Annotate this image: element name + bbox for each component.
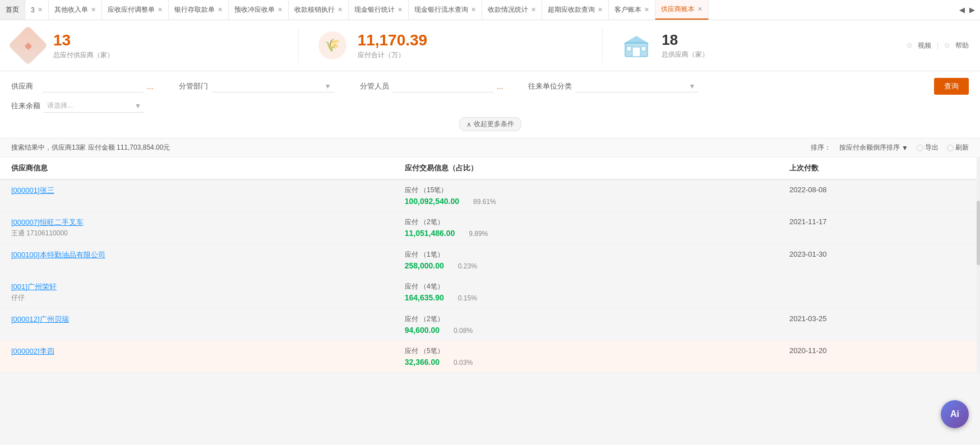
- balance-dropdown-arrow: ▼: [135, 102, 141, 110]
- dept-dropdown-arrow: ▼: [325, 82, 331, 90]
- nav-item-collection-stat[interactable]: 收款情况统计 ✕: [482, 0, 542, 20]
- table-header-row: 供应商信息 应付交易信息（占比） 上次付数: [0, 157, 980, 179]
- nav-label: 收款情况统计: [488, 5, 528, 15]
- export-label: 导出: [925, 143, 939, 152]
- payable-count-label: 应付 （5笔）: [405, 346, 767, 356]
- supplier-filter-input[interactable]: [43, 81, 144, 92]
- close-icon[interactable]: ✕: [397, 6, 403, 13]
- payable-supplier-count: 13: [53, 31, 114, 50]
- table-row: [000001]张三应付 （15笔）100,092,540.0089.61%20…: [0, 179, 980, 212]
- close-icon[interactable]: ✕: [531, 6, 536, 13]
- payable-info-cell: 应付 （1笔）258,000.000.23%: [394, 244, 778, 276]
- close-icon[interactable]: ✕: [338, 6, 343, 13]
- nav-item-collection-exec[interactable]: 收款核销执行 ✕: [289, 0, 349, 20]
- supplier-info-cell: [000001]张三: [0, 179, 394, 212]
- person-ellipsis-btn[interactable]: ...: [497, 82, 503, 91]
- close-icon[interactable]: ✕: [91, 6, 96, 13]
- nav-label: 超期应收款查询: [548, 5, 595, 15]
- supplier-link[interactable]: [000012]广州贝瑞: [11, 315, 69, 323]
- nav-scroll-arrows: ◀ ▶: [954, 4, 980, 15]
- person-filter-label: 分管人员: [360, 81, 389, 91]
- summary-card-payable-total: 🌾 11,170.39 应付合计（万）: [316, 29, 603, 62]
- payable-amount-link[interactable]: 164,635.90: [405, 293, 444, 302]
- svg-rect-4: [641, 47, 646, 51]
- close-icon[interactable]: ✕: [218, 6, 223, 13]
- supplier-ledger-table: 供应商信息 应付交易信息（占比） 上次付数 [000001]张三应付 （15笔）…: [0, 157, 980, 373]
- help-link[interactable]: 帮助: [955, 41, 969, 50]
- results-bar: 搜索结果中，供应商13家 应付金额 111,703,854.00元 排序： 按应…: [0, 138, 980, 157]
- supplier-link[interactable]: [000002]李四: [11, 347, 54, 355]
- right-scrollbar[interactable]: [977, 157, 980, 373]
- refresh-button[interactable]: 刷新: [947, 143, 969, 152]
- payable-amount-link[interactable]: 32,366.00: [405, 358, 440, 367]
- nav-item-customer-ledger[interactable]: 客户账本 ✕: [609, 0, 655, 20]
- nav-item-cash-stat[interactable]: 现金银行统计 ✕: [349, 0, 409, 20]
- nav-item-bank-deposit[interactable]: 银行存取款单 ✕: [169, 0, 229, 20]
- top-navigation: 首页 3 ✕ 其他收入单 ✕ 应收应付调整单 ✕ 银行存取款单 ✕ 预收冲应收单…: [0, 0, 980, 20]
- nav-item-home[interactable]: 首页: [0, 0, 25, 20]
- sort-dropdown-arrow: ▼: [902, 144, 908, 152]
- home-label: 首页: [6, 5, 19, 15]
- category-filter-select[interactable]: ▼: [575, 81, 699, 92]
- payable-amount-link[interactable]: 258,000.00: [405, 261, 444, 270]
- close-icon[interactable]: ✕: [644, 6, 649, 13]
- nav-label: 应收应付调整单: [108, 5, 155, 15]
- payable-percent: 9.89%: [469, 230, 488, 238]
- balance-filter-label: 往来余额: [11, 101, 40, 111]
- circle-icon: ⊙: [907, 41, 912, 49]
- nav-label: 供应商账本: [661, 4, 695, 14]
- sort-select[interactable]: 按应付余额倒序排序 ▼: [839, 143, 908, 152]
- supplier-link[interactable]: [000100]本特勤油品有限公司: [11, 251, 105, 259]
- filter-row-2: 往来余额 请选择... ▼: [11, 99, 969, 113]
- category-dropdown-arrow: ▼: [688, 82, 695, 90]
- query-button[interactable]: 查询: [934, 78, 969, 95]
- payable-amount-link[interactable]: 94,600.00: [405, 326, 440, 335]
- last-payment-cell: 2022-08-08: [778, 179, 980, 212]
- payable-count-label: 应付 （4笔）: [405, 282, 767, 291]
- last-payment-cell: 2023-01-30: [778, 244, 980, 276]
- close-icon[interactable]: ✕: [697, 6, 702, 13]
- table-wrapper: 供应商信息 应付交易信息（占比） 上次付数 [000001]张三应付 （15笔）…: [0, 157, 980, 373]
- supplier-link[interactable]: [000001]张三: [11, 186, 54, 194]
- chevron-up-icon: ∧: [466, 120, 471, 128]
- payable-total-amount: 11,170.39: [358, 31, 428, 50]
- close-icon[interactable]: ✕: [471, 6, 476, 13]
- summary-right-links: ⊙ 视频 | ⊙ 帮助: [907, 41, 969, 50]
- supplier-link[interactable]: [000007]恒旺二手叉车: [11, 218, 84, 226]
- nav-left-arrow[interactable]: ◀: [957, 4, 967, 15]
- refresh-label: 刷新: [955, 143, 969, 152]
- payable-amount-link[interactable]: 100,092,540.00: [405, 197, 459, 206]
- svg-rect-2: [632, 47, 640, 57]
- payable-count-label: 应付 （2笔）: [405, 314, 767, 324]
- nav-item-prepaid[interactable]: 预收冲应收单 ✕: [229, 0, 289, 20]
- category-filter-label: 往来单位分类: [528, 81, 572, 91]
- payable-supplier-label: 总应付供应商（家）: [53, 50, 114, 60]
- last-payment-cell: [778, 276, 980, 309]
- nav-item-supplier-ledger[interactable]: 供应商账本 ✕: [655, 0, 709, 20]
- supplier-ellipsis-btn[interactable]: ...: [147, 82, 154, 91]
- nav-label: 现金银行统计: [354, 5, 395, 15]
- nav-item-cash-flow[interactable]: 现金银行流水查询 ✕: [409, 0, 482, 20]
- dept-filter-select[interactable]: ▼: [211, 81, 335, 92]
- person-filter-input[interactable]: [392, 81, 493, 92]
- export-button[interactable]: 导出: [917, 143, 939, 152]
- svg-marker-1: [623, 36, 649, 44]
- filter-category: 往来单位分类 ▼: [528, 81, 699, 92]
- close-icon[interactable]: ✕: [158, 6, 163, 13]
- supplier-link[interactable]: [001]广州荣轩: [11, 282, 57, 291]
- nav-label: 银行存取款单: [174, 5, 215, 15]
- nav-right-arrow[interactable]: ▶: [967, 4, 977, 15]
- nav-item-overdue-ar[interactable]: 超期应收款查询 ✕: [542, 0, 609, 20]
- close-icon[interactable]: ✕: [598, 6, 603, 13]
- nav-item-ar-ap-adjust[interactable]: 应收应付调整单 ✕: [102, 0, 169, 20]
- close-icon[interactable]: ✕: [278, 6, 283, 13]
- col-payable-info: 应付交易信息（占比）: [394, 157, 778, 179]
- export-radio-icon: [917, 145, 923, 151]
- balance-filter-select[interactable]: 请选择... ▼: [44, 99, 145, 113]
- close-icon[interactable]: ✕: [38, 6, 43, 13]
- nav-item-other-income[interactable]: 其他收入单 ✕: [49, 0, 102, 20]
- nav-item-3[interactable]: 3 ✕: [25, 0, 49, 20]
- payable-amount-link[interactable]: 11,051,486.00: [405, 229, 455, 238]
- video-link[interactable]: 视频: [918, 41, 931, 50]
- collapse-button[interactable]: ∧ 收起更多条件: [459, 117, 521, 131]
